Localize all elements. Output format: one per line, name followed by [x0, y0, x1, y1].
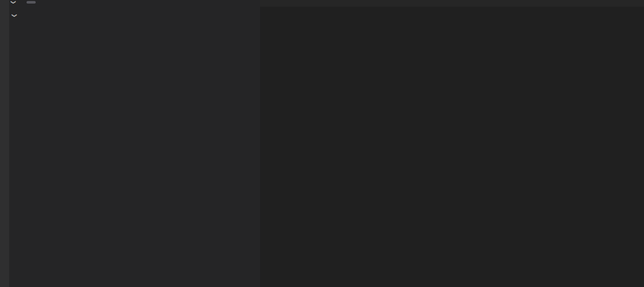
unsaved-count-badge — [27, 1, 36, 4]
explorer-sidebar: ❯ ❯ — [9, 0, 260, 287]
vscode-window: ❯ ❯ — [0, 0, 644, 287]
code-editor — [260, 0, 644, 287]
chevron-down-icon: ❯ — [11, 0, 16, 4]
open-editors-section-header[interactable]: ❯ — [9, 0, 260, 9]
breadcrumb — [260, 0, 644, 7]
activity-bar[interactable] — [0, 0, 9, 287]
chevron-down-icon: ❯ — [12, 13, 17, 17]
project-root-row[interactable]: ❯ — [9, 9, 260, 22]
